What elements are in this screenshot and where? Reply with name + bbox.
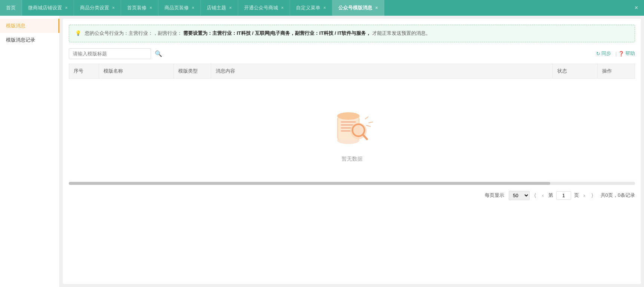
tab-custom-menu-label: 自定义菜单: [296, 4, 320, 11]
toolbar-divider: |: [616, 51, 617, 57]
tab-home-decor[interactable]: 首页装修 ×: [121, 0, 158, 16]
notice-highlight: 需要设置为：主营行业：IT科技 / 互联网|电子商务，副营行业：IT科技 / I…: [183, 30, 371, 36]
tab-template-msg[interactable]: 公众号模版消息 ×: [332, 0, 384, 16]
page-unit: 页: [574, 192, 579, 199]
first-page-button[interactable]: ⟨: [533, 192, 537, 199]
notice-suffix: 才能正常发送预置的消息。: [372, 30, 431, 36]
horizontal-scrollbar[interactable]: [69, 182, 635, 185]
tab-custom-menu-close[interactable]: ×: [323, 6, 326, 10]
per-page-select[interactable]: 50 10 20 100: [509, 191, 530, 200]
tab-open-mall-close[interactable]: ×: [281, 6, 284, 10]
tab-product-decor-close[interactable]: ×: [192, 6, 194, 10]
toolbar-right: ↻ 同步 | ❓ 帮助: [596, 50, 635, 57]
tab-shop-theme-label: 店铺主题: [207, 4, 226, 11]
bulb-icon: 💡: [75, 30, 81, 36]
table-empty-row: 暂无数据: [69, 78, 635, 177]
global-close-button[interactable]: ×: [629, 0, 644, 16]
tab-shop-theme[interactable]: 店铺主题 ×: [201, 0, 238, 16]
tab-micro-shop[interactable]: 微商城店铺设置 ×: [22, 0, 74, 16]
help-icon: ❓: [618, 51, 624, 57]
scrollbar-thumb[interactable]: [69, 182, 550, 185]
tab-bar: 首页 微商城店铺设置 × 商品分类设置 × 首页装修 × 商品页装修 × 店铺主…: [0, 0, 644, 16]
svg-line-12: [369, 122, 373, 123]
tab-custom-menu[interactable]: 自定义菜单 ×: [290, 0, 332, 16]
table-header-row: 序号 模版名称 模版类型 消息内容 状态 操作: [69, 64, 635, 78]
tab-home-label: 首页: [6, 4, 16, 11]
page-label: 第: [548, 192, 553, 199]
sync-button[interactable]: ↻ 同步: [596, 50, 611, 57]
tab-template-msg-label: 公众号模版消息: [338, 4, 372, 11]
data-table: 序号 模版名称 模版类型 消息内容 状态 操作: [69, 64, 635, 177]
global-close-icon: ×: [635, 4, 638, 11]
svg-line-13: [366, 125, 370, 126]
sidebar: 模版消息 模版消息记录: [0, 16, 60, 287]
tab-home[interactable]: 首页: [0, 0, 22, 16]
per-page-label: 每页显示: [485, 192, 504, 199]
tab-shop-theme-close[interactable]: ×: [229, 6, 232, 10]
tab-open-mall-label: 开通公众号商城: [244, 4, 278, 11]
search-icon: 🔍: [155, 51, 162, 57]
help-label: 帮助: [625, 50, 635, 57]
prev-page-button[interactable]: ‹: [540, 192, 545, 199]
svg-line-11: [365, 117, 368, 119]
notice-box: 💡 您的公众号行业为：主营行业：，副营行业： 需要设置为：主营行业：IT科技 /…: [69, 25, 635, 42]
search-input[interactable]: [69, 48, 151, 59]
total-info: 共0页，0条记录: [601, 192, 635, 199]
tab-micro-shop-label: 微商城店铺设置: [28, 4, 62, 11]
tab-home-decor-close[interactable]: ×: [150, 6, 152, 10]
page-input[interactable]: [556, 191, 571, 200]
sidebar-item-template-message[interactable]: 模版消息: [0, 19, 59, 33]
tab-product-decor-label: 商品页装修: [164, 4, 189, 11]
empty-illustration: [328, 101, 376, 150]
tab-open-mall[interactable]: 开通公众号商城 ×: [238, 0, 290, 16]
col-header-content: 消息内容: [211, 64, 553, 78]
search-button[interactable]: 🔍: [153, 49, 164, 59]
tab-product-decor[interactable]: 商品页装修 ×: [158, 0, 201, 16]
pagination: 每页显示 50 10 20 100 ⟨ ‹ 第 页 › ⟩ 共0页，0条记录: [69, 189, 635, 202]
tab-product-category[interactable]: 商品分类设置 ×: [74, 0, 121, 16]
sync-icon: ↻: [596, 51, 600, 57]
svg-point-3: [337, 112, 360, 120]
tab-product-category-label: 商品分类设置: [80, 4, 109, 11]
tab-product-category-close[interactable]: ×: [112, 6, 115, 10]
tab-template-msg-close[interactable]: ×: [375, 6, 378, 10]
col-header-index: 序号: [69, 64, 99, 78]
tab-home-decor-label: 首页装修: [127, 4, 147, 11]
empty-state: 暂无数据: [69, 79, 635, 177]
sidebar-item-template-message-label: 模版消息: [6, 23, 25, 28]
sidebar-item-template-message-record-label: 模版消息记录: [6, 37, 35, 43]
search-bar: 🔍 ↻ 同步 | ❓ 帮助: [69, 48, 635, 59]
col-header-type: 模版类型: [174, 64, 211, 78]
table-body: 暂无数据: [69, 78, 635, 177]
empty-text: 暂无数据: [342, 156, 363, 162]
main-layout: 模版消息 模版消息记录 💡 您的公众号行业为：主营行业：，副营行业： 需要设置为…: [0, 16, 644, 287]
last-page-button[interactable]: ⟩: [590, 192, 595, 199]
notice-prefix: 您的公众号行业为：主营行业：，副营行业：: [85, 30, 182, 36]
content-area: 💡 您的公众号行业为：主营行业：，副营行业： 需要设置为：主营行业：IT科技 /…: [63, 19, 641, 284]
help-button[interactable]: ❓ 帮助: [618, 50, 635, 57]
tab-micro-shop-close[interactable]: ×: [65, 6, 68, 10]
col-header-status: 状态: [553, 64, 598, 78]
col-header-name: 模版名称: [99, 64, 174, 78]
next-page-button[interactable]: ›: [582, 192, 587, 199]
col-header-action: 操作: [598, 64, 635, 78]
sync-label: 同步: [601, 50, 611, 57]
sidebar-item-template-message-record[interactable]: 模版消息记录: [0, 33, 59, 47]
